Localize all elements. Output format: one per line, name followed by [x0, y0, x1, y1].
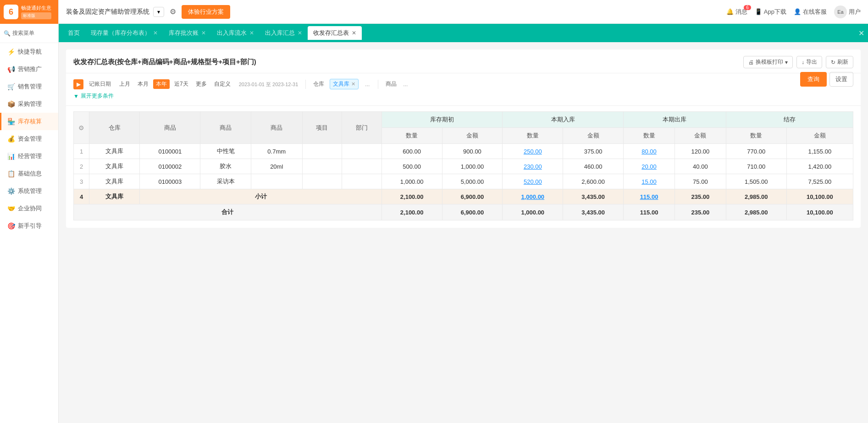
tab-batch-ledger[interactable]: 库存批次账 ✕: [163, 26, 211, 40]
row-num: 1: [74, 144, 89, 159]
row-outbound-qty-link[interactable]: 20.00: [624, 159, 675, 174]
table-settings-gear-icon[interactable]: ⚙: [78, 124, 84, 132]
goods-more-button[interactable]: ...: [402, 80, 409, 88]
warehouse-tag-close[interactable]: ✕: [351, 81, 355, 87]
th-opening-stock: 库存期初: [381, 112, 503, 128]
row-inbound-qty-link[interactable]: 520.00: [503, 174, 563, 189]
th-settings: ⚙: [74, 112, 89, 144]
expand-conditions-button[interactable]: ▼ 展开更多条件: [73, 92, 853, 100]
basic-info-icon: 📋: [7, 170, 15, 178]
row-inbound-qty-link[interactable]: 250.00: [503, 144, 563, 159]
date-custom-button[interactable]: 自定义: [211, 79, 233, 89]
date-last-month-button[interactable]: 上月: [116, 79, 133, 89]
tab-inout-flow[interactable]: 出入库流水 ✕: [211, 26, 260, 40]
subtotal-inbound-qty[interactable]: 1,000.00: [503, 189, 563, 204]
sidebar-item-label: 营销推广: [18, 65, 42, 73]
sidebar-item-label: 资金管理: [18, 135, 42, 143]
settings-gear-button[interactable]: ⚙: [168, 5, 178, 18]
row-opening-amount: 5,000.00: [442, 174, 503, 189]
sidebar-item-label: 经营管理: [18, 152, 42, 160]
total-opening-amount: 6,900.00: [442, 204, 503, 220]
data-table: ⚙ 仓库 商品 商品 商品 项目 部门 库存期初 本期入库 本期出库 结存: [73, 111, 853, 220]
row-outbound-amount: 75.00: [674, 174, 726, 189]
subtotal-opening-amount: 6,900.00: [442, 189, 503, 204]
row-warehouse: 文具库: [89, 144, 140, 159]
th-closing-amount: 金额: [786, 128, 853, 144]
tab-bar-close-button[interactable]: ✕: [858, 29, 864, 38]
dropdown-arrow-icon: ▾: [785, 59, 788, 66]
th-inbound-amount: 金额: [563, 128, 624, 144]
sidebar-item-label: 基础信息: [18, 170, 42, 178]
logo-text: 畅捷通好生意: [21, 5, 51, 11]
total-closing-amount: 10,100.00: [786, 204, 853, 220]
goods-label: 商品: [386, 80, 397, 88]
column-settings-button[interactable]: 设置: [829, 72, 853, 87]
date-this-year-button[interactable]: 本年: [153, 79, 170, 89]
date-more-button[interactable]: 更多: [193, 79, 210, 89]
query-button[interactable]: 查询: [800, 72, 827, 87]
notification-button[interactable]: 🔔 消息 6: [726, 8, 747, 16]
online-service-button[interactable]: 👤 在线客服: [794, 8, 827, 16]
subtotal-outbound-qty[interactable]: 115.00: [624, 189, 675, 204]
user-area[interactable]: Ea 用户: [834, 5, 861, 18]
row-outbound-qty-link[interactable]: 15.00: [624, 174, 675, 189]
subtotal-row: 4 文具库 小计 2,100.00 6,900.00 1,000.00 3,43…: [74, 189, 853, 204]
th-inbound-qty: 数量: [503, 128, 563, 144]
row-warehouse: 文具库: [89, 159, 140, 174]
date-this-month-button[interactable]: 本月: [135, 79, 151, 89]
sidebar-item-purchase[interactable]: 📦 采购管理: [0, 95, 58, 113]
row-department: [342, 174, 382, 189]
refresh-button[interactable]: ↻ 刷新: [826, 56, 853, 68]
tab-close-icon[interactable]: ✕: [249, 30, 254, 36]
sidebar-item-newbie[interactable]: 🎯 新手引导: [0, 217, 58, 235]
tab-close-icon[interactable]: ✕: [298, 30, 302, 36]
tab-close-icon[interactable]: ✕: [153, 30, 158, 36]
row-goods-code: 0100002: [140, 159, 200, 174]
tab-close-icon[interactable]: ✕: [352, 30, 356, 36]
sidebar-item-finance[interactable]: 💰 资金管理: [0, 130, 58, 148]
template-print-button[interactable]: 🖨 换模板打印 ▾: [743, 56, 793, 68]
sidebar-item-operations[interactable]: 📊 经营管理: [0, 148, 58, 165]
tab-inventory-dist[interactable]: 现存量（库存分布表） ✕: [85, 26, 163, 40]
export-button[interactable]: ↓ 导出: [796, 56, 822, 68]
sidebar-item-inventory[interactable]: 🏪 库存核算: [0, 113, 58, 130]
tab-inout-summary[interactable]: 出入库汇总 ✕: [260, 26, 308, 40]
th-outbound-qty: 数量: [624, 128, 675, 144]
subtotal-inbound-amount: 3,435.00: [563, 189, 624, 204]
row-goods-code: 0100003: [140, 174, 200, 189]
app-download-button[interactable]: 📱 App下载: [755, 8, 786, 16]
row-inbound-qty-link[interactable]: 230.00: [503, 159, 563, 174]
search-menu-button[interactable]: 🔍 搜索菜单: [4, 27, 55, 39]
row-warehouse: 文具库: [89, 174, 140, 189]
row-closing-qty: 1,505.00: [726, 174, 786, 189]
sidebar-item-basic-info[interactable]: 📋 基础信息: [0, 165, 58, 182]
tab-close-icon[interactable]: ✕: [201, 30, 206, 36]
sidebar-item-quick-nav[interactable]: ⚡ 快捷导航: [0, 43, 58, 60]
total-inbound-qty: 1,000.00: [503, 204, 563, 220]
page-title: 收发存汇总表(按仓库+商品编码+商品+规格型号+项目+部门): [73, 58, 256, 66]
tab-receive-summary[interactable]: 收发存汇总表 ✕: [308, 26, 362, 40]
total-opening-qty: 2,100.00: [381, 204, 442, 220]
search-icon: 🔍: [4, 30, 11, 37]
avatar: Ea: [834, 5, 847, 18]
tab-bar: 首页 现存量（库存分布表） ✕ 库存批次账 ✕ 出入库流水 ✕ 出入库汇总 ✕ …: [59, 24, 868, 42]
sidebar-item-label: 采购管理: [18, 100, 42, 108]
main-area: 装备及固定资产辅助管理系统 ▾ ⚙ 体验行业方案 🔔 消息 6 📱 App下载 …: [59, 0, 868, 423]
date-shortcuts: 上月 本月 本年 近7天 更多 自定义: [116, 79, 233, 89]
date-last-7-days-button[interactable]: 近7天: [171, 79, 191, 89]
sidebar-logo: 6 畅捷通好生意 标准版: [0, 0, 58, 24]
row-outbound-qty-link[interactable]: 80.00: [624, 144, 675, 159]
system-dropdown-button[interactable]: ▾: [153, 7, 164, 17]
row-opening-qty: 500.00: [381, 159, 442, 174]
tab-home[interactable]: 首页: [62, 26, 85, 40]
sidebar-item-sales[interactable]: 🛒 销售管理: [0, 78, 58, 95]
sidebar-item-marketing[interactable]: 📢 营销推广: [0, 60, 58, 78]
total-outbound-amount: 235.00: [674, 204, 726, 220]
sidebar-item-enterprise[interactable]: 🤝 企业协同: [0, 200, 58, 217]
warehouse-more-button[interactable]: ...: [364, 80, 370, 88]
sidebar-item-system[interactable]: ⚙️ 系统管理: [0, 182, 58, 200]
sidebar-nav: ⚡ 快捷导航 📢 营销推广 🛒 销售管理 📦 采购管理 🏪 库存核算 💰 资金管…: [0, 43, 58, 423]
finance-icon: 💰: [7, 135, 15, 143]
filter-collapse-button[interactable]: ▶: [73, 79, 83, 89]
experience-button[interactable]: 体验行业方案: [182, 5, 230, 19]
